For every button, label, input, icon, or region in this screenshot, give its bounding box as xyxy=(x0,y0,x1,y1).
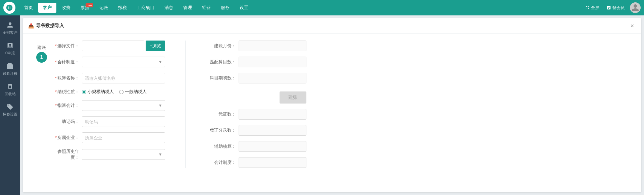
divider xyxy=(185,41,186,168)
voucher-records-value xyxy=(239,125,306,136)
browse-button[interactable]: +浏览 xyxy=(146,41,165,51)
main-layout: 全部客户 0申报 账套迁移 回收站 标签设置 xyxy=(0,15,644,195)
voucher-count-row: 凭证数： xyxy=(206,109,306,120)
step-circle: 1 xyxy=(36,52,47,63)
tax-general-label: 一般纳税人 xyxy=(125,89,147,95)
nav-item-service[interactable]: 服务 xyxy=(216,3,234,13)
new-badge: new xyxy=(86,3,93,7)
user-avatar[interactable] xyxy=(630,2,641,13)
auxiliary-row: 辅助核算： xyxy=(206,141,306,152)
main-panel: 📥 导爷数据导入 × 建账 1 xyxy=(23,18,641,192)
nav-item-settings[interactable]: 设置 xyxy=(235,3,253,13)
tax-type-radio-group: 小规模纳税人 一般纳税人 xyxy=(82,89,147,95)
file-row: *选择文件： +浏览 xyxy=(52,41,165,51)
nav-item-clients[interactable]: 客户 xyxy=(38,3,56,13)
nav-item-business[interactable]: 工商项目 xyxy=(132,3,159,13)
top-navigation: 首页 客户 收费 票据 new 记账 报税 工商项目 消息 管理 经营 服务 设… xyxy=(0,0,644,15)
memo-input[interactable] xyxy=(82,116,165,127)
content-area: 📥 导爷数据导入 × 建账 1 xyxy=(20,15,644,195)
sidebar-item-tag-settings[interactable]: 标签设置 xyxy=(0,101,20,120)
panel-icon: 📥 xyxy=(28,23,34,28)
sidebar-item-recycle[interactable]: 回收站 xyxy=(0,80,20,99)
nav-item-invoice[interactable]: 票据 new xyxy=(76,3,94,13)
accountant-label: *指派会计： xyxy=(52,103,79,109)
sidebar-item-zero-report[interactable]: 0申报 xyxy=(0,39,20,58)
tax-general-radio[interactable]: 一般纳税人 xyxy=(119,89,147,95)
fullscreen-btn[interactable]: 全屏 xyxy=(583,4,601,12)
user-icon xyxy=(6,21,14,29)
accounting-system-select[interactable] xyxy=(82,57,165,67)
subject-init-row: 科目期初数： xyxy=(206,73,306,83)
nav-item-message[interactable]: 消息 xyxy=(160,3,178,13)
memo-row: 助记码： xyxy=(52,116,165,127)
accountant-row: *指派会计： ▼ xyxy=(52,100,165,111)
panel-title: 📥 导爷数据导入 xyxy=(28,23,64,29)
tax-type-row: *纳税性质： 小规模纳税人 一般纳税人 xyxy=(52,89,165,95)
accounting-system-select-wrapper: ▼ xyxy=(82,57,165,67)
nav-item-home[interactable]: 首页 xyxy=(19,3,38,13)
sidebar-item-all-clients[interactable]: 全部客户 xyxy=(0,19,20,38)
build-month-row: 建账月份： xyxy=(206,41,306,51)
form-container: 建账 1 *选择文件： +浏览 xyxy=(23,34,641,175)
nav-item-tax[interactable]: 报税 xyxy=(113,3,132,13)
step-section: 建账 1 *选择文件： +浏览 xyxy=(36,41,165,168)
nav-item-management[interactable]: 管理 xyxy=(179,3,197,13)
tax-small-radio[interactable]: 小规模纳税人 xyxy=(82,89,114,95)
build-account-button[interactable]: 建账 xyxy=(280,91,306,104)
panel-header: 📥 导爷数据导入 × xyxy=(23,18,641,34)
match-subjects-row: 匹配科目数： xyxy=(206,57,306,67)
auxiliary-value xyxy=(239,141,306,152)
step-label: 建账 xyxy=(37,42,46,51)
accountant-select-wrapper: ▼ xyxy=(82,100,165,111)
tax-type-label: *纳税性质： xyxy=(52,89,79,95)
trash-icon xyxy=(6,83,14,90)
voucher-records-row: 凭证分录数： xyxy=(206,125,306,136)
vip-btn[interactable]: 畅会员 xyxy=(604,4,627,12)
tax-small-label: 小规模纳税人 xyxy=(88,89,114,95)
right-section: 建账月份： 匹配科目数： 科目期初数： 建账 xyxy=(206,41,306,168)
accounting-system-info-label: 会计制度： xyxy=(206,159,236,166)
nav-item-bookkeeping[interactable]: 记账 xyxy=(95,3,113,13)
history-year-row: 参照历史年度： ▼ xyxy=(52,148,165,160)
tag-icon xyxy=(6,103,14,111)
report-icon xyxy=(6,42,14,49)
nav-item-billing[interactable]: 收费 xyxy=(57,3,75,13)
history-year-label: 参照历史年度： xyxy=(52,148,79,160)
memo-label: 助记码： xyxy=(52,119,79,125)
fullscreen-label: 全屏 xyxy=(591,5,599,11)
subject-init-value xyxy=(239,73,306,83)
history-year-select[interactable] xyxy=(82,149,165,160)
file-input[interactable] xyxy=(82,41,144,51)
company-row: *所属企业： xyxy=(52,132,165,143)
close-button[interactable]: × xyxy=(628,22,636,29)
match-subjects-label: 匹配科目数： xyxy=(206,59,236,65)
sidebar-item-account-migration[interactable]: 账套迁移 xyxy=(0,60,20,79)
ledger-name-row: *账簿名称： xyxy=(52,73,165,83)
voucher-count-label: 凭证数： xyxy=(206,111,236,117)
ledger-name-input[interactable] xyxy=(82,73,165,83)
history-year-select-wrapper: ▼ xyxy=(82,149,165,160)
file-input-wrapper: +浏览 xyxy=(82,41,165,51)
ledger-name-label: *账簿名称： xyxy=(52,75,79,81)
vip-label: 畅会员 xyxy=(612,5,625,11)
accounting-system-info-value xyxy=(239,157,306,168)
company-label: *所属企业： xyxy=(52,135,79,141)
company-input[interactable] xyxy=(82,132,165,143)
voucher-count-value xyxy=(239,109,306,120)
accounting-system-row: *会计制度： ▼ xyxy=(52,57,165,67)
build-month-value xyxy=(239,41,306,51)
accounting-system-info-row: 会计制度： xyxy=(206,157,306,168)
left-form: *选择文件： +浏览 *会计制度： xyxy=(52,41,165,160)
file-label: *选择文件： xyxy=(52,43,79,49)
build-month-label: 建账月份： xyxy=(206,43,236,49)
accountant-select[interactable] xyxy=(82,100,165,111)
migrate-icon xyxy=(6,62,14,70)
logo[interactable] xyxy=(3,2,15,14)
accounting-system-label: *会计制度： xyxy=(52,59,79,65)
subject-init-label: 科目期初数： xyxy=(206,75,236,81)
nav-items: 首页 客户 收费 票据 new 记账 报税 工商项目 消息 管理 经营 服务 设… xyxy=(19,3,583,13)
nav-item-operation[interactable]: 经营 xyxy=(197,3,215,13)
auxiliary-label: 辅助核算： xyxy=(206,143,236,149)
match-subjects-value xyxy=(239,57,306,67)
sidebar: 全部客户 0申报 账套迁移 回收站 标签设置 xyxy=(0,15,20,195)
